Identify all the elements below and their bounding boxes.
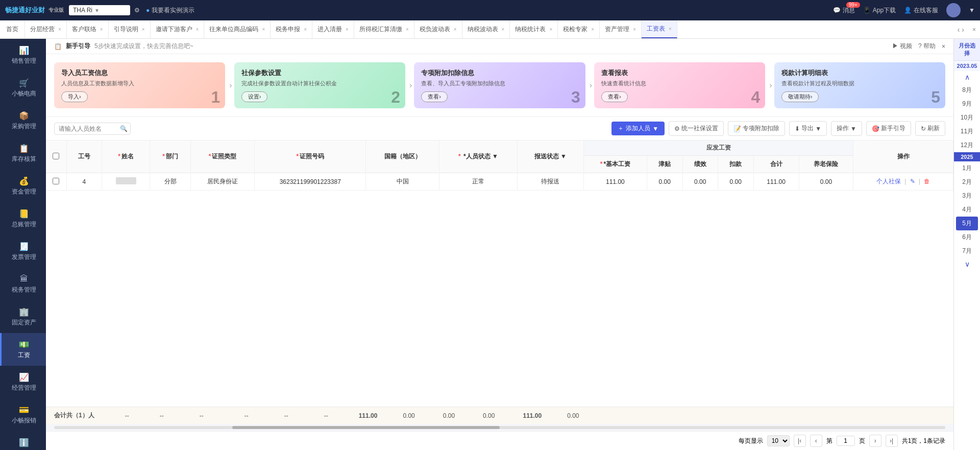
month-item-12[interactable]: 12月: [954, 138, 980, 152]
delete-icon[interactable]: 🗑: [924, 178, 930, 185]
unified-setting-button[interactable]: ⚙ 统一社保设置: [669, 121, 724, 136]
sidebar-item-工资[interactable]: 💵 工资: [0, 333, 46, 366]
message-button[interactable]: 💬 消息 99+: [833, 6, 855, 15]
tab-close-active-icon[interactable]: ×: [669, 26, 672, 32]
select-all-checkbox[interactable]: [53, 153, 59, 159]
user-menu-icon[interactable]: ▼: [969, 7, 975, 14]
sidebar-item-采购管理[interactable]: 📦 采购管理: [0, 104, 46, 137]
tab-往来单位商品编码[interactable]: 往来单位商品编码 ×: [204, 20, 271, 38]
tab-所得税汇算清缴[interactable]: 所得税汇算清缴 ×: [354, 20, 414, 38]
company-selector[interactable]: THA Ri ▼: [69, 5, 130, 15]
tab-税检专家[interactable]: 税检专家 ×: [558, 20, 600, 38]
tab-税负波动表[interactable]: 税负波动表 ×: [414, 20, 462, 38]
step-1-btn[interactable]: 导入›: [61, 91, 88, 102]
tab-close-icon[interactable]: ×: [502, 27, 505, 32]
export-button[interactable]: ⬇ 导出 ▼: [789, 121, 827, 136]
month-item-7[interactable]: 7月: [954, 244, 980, 258]
month-item-year-2025[interactable]: 2025: [954, 152, 980, 161]
per-page-select[interactable]: 10 20 50: [767, 435, 790, 446]
tab-税务申报[interactable]: 税务申报 ×: [271, 20, 312, 38]
tab-close-icon[interactable]: ×: [262, 27, 265, 32]
tab-邀请下游客户[interactable]: 邀请下游客户 ×: [151, 20, 205, 38]
sidebar-item-小畅报销[interactable]: 💳 小畅报销: [0, 398, 46, 431]
tab-close-icon[interactable]: ×: [591, 27, 594, 32]
tab-close-all-icon[interactable]: ×: [968, 26, 980, 33]
special-deduction-button[interactable]: 📝 专项附加扣除: [728, 121, 785, 136]
tab-close-icon[interactable]: ×: [633, 27, 636, 32]
sidebar-item-税务管理[interactable]: 🏛 税务管理: [0, 268, 46, 300]
sidebar-item-发票管理[interactable]: 🧾 发票管理: [0, 235, 46, 268]
guide-help-link[interactable]: ? 帮助: [918, 42, 936, 51]
tab-close-icon[interactable]: ×: [58, 27, 61, 32]
tab-客户联络[interactable]: 客户联络 ×: [67, 20, 109, 38]
month-item-4[interactable]: 4月: [954, 203, 980, 217]
sidebar-item-基础信息[interactable]: ℹ️ 基础信息: [0, 431, 46, 450]
month-panel-title[interactable]: 月份选择: [954, 39, 980, 61]
guide-close-icon[interactable]: ×: [942, 43, 945, 50]
step-3-btn[interactable]: 查看›: [421, 91, 448, 102]
operation-button[interactable]: 操作 ▼: [831, 121, 862, 136]
month-item-3[interactable]: 3月: [954, 189, 980, 203]
horizontal-scrollbar-thumb[interactable]: [232, 426, 500, 429]
new-guide-button[interactable]: 🎯 新手引导: [866, 121, 911, 136]
tab-资产管理[interactable]: 资产管理 ×: [600, 20, 642, 38]
send-filter-icon[interactable]: ▼: [560, 153, 567, 160]
step-4-btn[interactable]: 查看›: [601, 91, 628, 102]
tab-工资表[interactable]: 工资表 ×: [642, 20, 677, 38]
app-download-button[interactable]: 📱 App下载: [863, 6, 896, 15]
online-service-button[interactable]: 👤 在线客服: [904, 6, 938, 15]
month-item-6[interactable]: 6月: [954, 230, 980, 244]
search-input[interactable]: [54, 123, 131, 135]
tab-进入清册[interactable]: 进入清册 ×: [312, 20, 354, 38]
month-item-2[interactable]: 2月: [954, 175, 980, 189]
horizontal-scrollbar-track[interactable]: [54, 426, 945, 429]
sidebar-item-销售管理[interactable]: 📊 销售管理: [0, 39, 46, 72]
sidebar-item-小畅电商[interactable]: 🛒 小畅电商: [0, 72, 46, 104]
row-checkbox[interactable]: [53, 178, 59, 184]
tab-close-icon[interactable]: ×: [406, 27, 409, 32]
add-person-button[interactable]: ＋ 添加人员 ▼: [611, 122, 665, 135]
settings-icon[interactable]: ⚙: [134, 7, 140, 14]
sidebar-item-经营管理[interactable]: 📈 经营管理: [0, 366, 46, 398]
tab-close-icon[interactable]: ×: [142, 27, 145, 32]
sidebar-item-库存核算[interactable]: 📋 库存核算: [0, 137, 46, 170]
tab-close-icon[interactable]: ×: [304, 27, 307, 32]
tab-纳税波动表[interactable]: 纳税波动表 ×: [462, 20, 510, 38]
tab-分层经营[interactable]: 分层经营 ×: [25, 20, 67, 38]
prev-page-button[interactable]: ‹: [810, 435, 822, 447]
tab-close-icon[interactable]: ×: [196, 27, 199, 32]
month-item-11[interactable]: 11月: [954, 125, 980, 138]
month-item-8[interactable]: 8月: [954, 83, 980, 97]
month-item-9[interactable]: 9月: [954, 97, 980, 111]
tab-close-icon[interactable]: ×: [454, 27, 457, 32]
tab-close-icon[interactable]: ×: [100, 27, 103, 32]
refresh-button[interactable]: ↻ 刷新: [915, 121, 945, 136]
page-number-input[interactable]: [837, 436, 855, 446]
step-2-btn[interactable]: 设置›: [241, 91, 268, 102]
sidebar-item-固定资产[interactable]: 🏢 固定资产: [0, 300, 46, 333]
tab-next-icon[interactable]: ›: [962, 26, 964, 34]
sidebar-item-资金管理[interactable]: 💰 资金管理: [0, 170, 46, 202]
month-item-5-active[interactable]: 5月: [956, 217, 978, 230]
step-5-btn[interactable]: 敬请期待›: [781, 91, 819, 102]
last-page-button[interactable]: ›|: [886, 435, 898, 447]
first-page-button[interactable]: |‹: [794, 435, 806, 447]
tab-纳税统计表[interactable]: 纳税统计表 ×: [510, 20, 558, 38]
tab-close-icon[interactable]: ×: [549, 27, 552, 32]
avatar[interactable]: [946, 3, 961, 17]
month-down-icon[interactable]: ∨: [963, 259, 972, 269]
month-up-icon[interactable]: ∧: [963, 73, 972, 82]
personal-insurance-link[interactable]: 个人社保: [876, 178, 901, 185]
guide-video-link[interactable]: ▶ 视频: [892, 42, 912, 51]
search-icon[interactable]: 🔍: [120, 125, 128, 132]
next-page-button[interactable]: ›: [869, 435, 881, 447]
status-filter-icon[interactable]: ▼: [492, 153, 498, 160]
tab-引导说明[interactable]: 引导说明 ×: [109, 20, 151, 38]
edit-icon[interactable]: ✎: [910, 178, 915, 185]
demo-link[interactable]: ● 我要看实例演示: [146, 6, 194, 15]
sidebar-item-总账管理[interactable]: 📒 总账管理: [0, 202, 46, 235]
month-item-10[interactable]: 10月: [954, 111, 980, 125]
tab-prev-icon[interactable]: ‹: [958, 26, 960, 34]
tab-close-icon[interactable]: ×: [346, 27, 349, 32]
month-item-1[interactable]: 1月: [954, 161, 980, 175]
